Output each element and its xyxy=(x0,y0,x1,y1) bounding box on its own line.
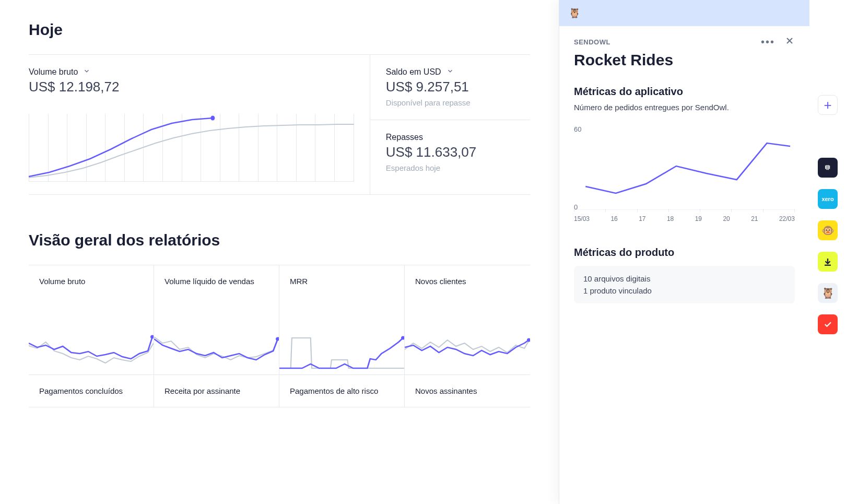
add-app-button[interactable]: + xyxy=(818,95,838,115)
x-tick: 15/03 xyxy=(574,215,590,222)
report-title: Volume bruto xyxy=(39,277,143,286)
x-tick: 20 xyxy=(723,215,730,222)
mini-chart xyxy=(405,327,530,369)
rail-app-todoist[interactable] xyxy=(818,314,838,334)
volume-label[interactable]: Volume bruto xyxy=(29,67,78,77)
x-tick: 22/03 xyxy=(779,215,795,222)
x-tick: 21 xyxy=(751,215,758,222)
payouts-label: Repasses xyxy=(386,133,530,142)
report-novos-clientes[interactable]: Novos clientes xyxy=(405,265,530,375)
balance-sub: Disponível para repasse xyxy=(386,98,530,107)
rail-app-download[interactable] xyxy=(818,252,838,272)
mini-chart xyxy=(154,327,279,369)
rail-app-intercom[interactable] xyxy=(818,158,838,178)
mini-chart xyxy=(29,327,154,369)
svg-point-2 xyxy=(276,337,279,341)
report-title: Volume líquido de vendas xyxy=(164,277,268,286)
app-rail: + xero 🐵 🦉 xyxy=(809,0,846,504)
more-icon[interactable]: ••• xyxy=(761,37,775,47)
x-tick: 16 xyxy=(610,215,617,222)
product-line: 10 arquivos digitais xyxy=(583,274,785,283)
rail-app-xero[interactable]: xero xyxy=(818,189,838,209)
product-line: 1 produto vinculado xyxy=(583,286,785,295)
payouts-value: US$ 11.633,07 xyxy=(386,144,530,160)
report-title: Novos clientes xyxy=(415,277,520,286)
balance-value: US$ 9.257,51 xyxy=(386,79,530,95)
app-name: SENDOWL xyxy=(574,38,610,46)
svg-point-0 xyxy=(210,116,215,121)
y-axis-max: 60 xyxy=(574,125,581,133)
app-metrics-desc: Número de pedidos entregues por SendOwl. xyxy=(574,103,795,112)
report-receita-assinante[interactable]: Receita por assinante xyxy=(154,375,279,407)
mini-chart xyxy=(279,327,404,369)
product-metrics-box: 10 arquivos digitais 1 produto vinculado xyxy=(574,266,795,303)
payouts-card: Repasses US$ 11.633,07 Esperados hoje xyxy=(370,120,530,185)
app-metrics-chart: 60 0 15/03 16 17 18 19 2 xyxy=(574,125,795,230)
report-title: MRR xyxy=(290,277,394,286)
report-title: Receita por assinante xyxy=(164,386,268,395)
payouts-sub: Esperados hoje xyxy=(386,163,530,172)
company-name: Rocket Rides xyxy=(574,51,795,69)
report-alto-risco[interactable]: Pagamentos de alto risco xyxy=(279,375,405,407)
report-volume-bruto[interactable]: Volume bruto xyxy=(29,265,154,375)
close-icon[interactable] xyxy=(784,36,795,48)
chevron-down-icon[interactable] xyxy=(446,67,454,77)
report-title: Pagamentos de alto risco xyxy=(290,386,394,395)
volume-value: US$ 12.198,72 xyxy=(29,79,354,95)
balance-label[interactable]: Saldo em USD xyxy=(386,67,441,77)
report-title: Pagamentos concluídos xyxy=(39,386,143,395)
app-metrics-title: Métricas do aplicativo xyxy=(574,86,795,98)
balance-card: Saldo em USD US$ 9.257,51 Disponível par… xyxy=(370,55,530,120)
report-pagamentos-concluidos[interactable]: Pagamentos concluídos xyxy=(29,375,154,407)
app-detail-panel: 🦉 SENDOWL ••• Rocket Rides Métricas do a… xyxy=(559,0,809,504)
product-metrics-title: Métricas do produto xyxy=(574,247,795,259)
report-volume-liquido[interactable]: Volume líquido de vendas xyxy=(154,265,279,375)
report-mrr[interactable]: MRR xyxy=(279,265,405,375)
x-tick: 19 xyxy=(695,215,702,222)
chevron-down-icon[interactable] xyxy=(83,67,90,77)
report-title: Novos assinantes xyxy=(415,386,520,395)
sendowl-logo-icon: 🦉 xyxy=(569,7,580,19)
svg-point-1 xyxy=(150,335,154,339)
volume-chart xyxy=(29,114,354,182)
x-tick: 18 xyxy=(667,215,674,222)
reports-title: Visão geral dos relatórios xyxy=(29,231,530,249)
page-title: Hoje xyxy=(29,21,530,39)
x-tick: 17 xyxy=(639,215,645,222)
rail-app-mailchimp[interactable]: 🐵 xyxy=(818,220,838,240)
report-novos-assinantes[interactable]: Novos assinantes xyxy=(405,375,530,407)
volume-card: Volume bruto US$ 12.198,72 xyxy=(29,55,370,194)
rail-app-sendowl[interactable]: 🦉 xyxy=(818,283,838,303)
